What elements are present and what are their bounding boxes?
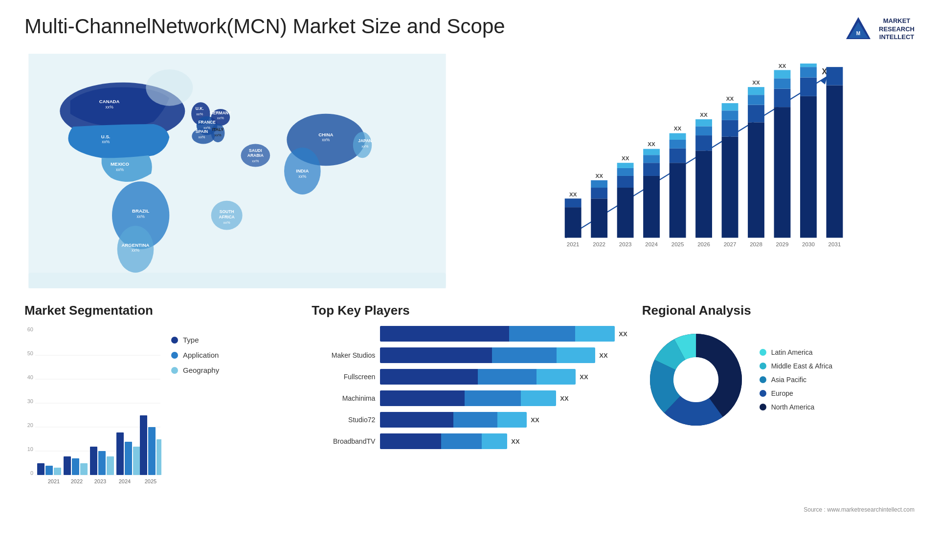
svg-rect-137 [107, 456, 114, 475]
player-row-maker: Maker Studios XX [312, 347, 627, 363]
svg-text:xx%: xx% [132, 248, 140, 253]
player-bar-seg-light [575, 326, 615, 342]
player-name-fullscreen: Fullscreen [312, 373, 375, 381]
svg-text:SPAIN: SPAIN [196, 129, 208, 134]
legend-north-america: North America [760, 403, 832, 411]
player-xx-studio72: XX [531, 416, 539, 424]
svg-rect-97 [800, 78, 817, 96]
top-section: CANADA xx% U.S. xx% MEXICO xx% BRAZIL xx… [24, 54, 915, 288]
player-bar-wrap-machinima: XX [380, 390, 627, 406]
svg-rect-54 [565, 207, 581, 237]
svg-rect-113 [827, 67, 843, 85]
legend-type: Type [171, 336, 219, 344]
svg-text:U.K.: U.K. [196, 106, 204, 111]
svg-text:SOUTH: SOUTH [220, 209, 234, 214]
player-bar-1 [380, 326, 615, 342]
svg-text:INDIA: INDIA [296, 168, 309, 173]
svg-text:xx%: xx% [102, 139, 110, 144]
player-xx-broadband: XX [511, 438, 519, 445]
svg-text:M: M [856, 31, 860, 36]
player-bar-wrap-fullscreen: XX [380, 369, 627, 385]
map-container: CANADA xx% U.S. xx% MEXICO xx% BRAZIL xx… [24, 54, 450, 288]
svg-rect-143 [140, 415, 147, 475]
logo-text: MARKET RESEARCH INTELLECT [879, 17, 915, 42]
svg-text:xx%: xx% [217, 116, 224, 120]
legend-apac: Asia Pacific [760, 376, 832, 384]
svg-text:20: 20 [27, 422, 33, 428]
player-bar-machinima [380, 390, 556, 406]
dot-latin [760, 349, 766, 356]
dot-apac [760, 376, 766, 383]
svg-text:50: 50 [27, 350, 33, 356]
players-title: Top Key Players [312, 303, 627, 318]
svg-text:2022: 2022 [593, 241, 605, 247]
player-row-1: XX [312, 326, 627, 342]
svg-point-153 [673, 357, 718, 402]
legend-mea: Middle East & Africa [760, 362, 832, 370]
legend-dot-type [171, 337, 178, 344]
player-name-maker: Maker Studios [312, 351, 375, 359]
legend-geography: Geography [171, 366, 219, 374]
svg-rect-73 [670, 140, 686, 149]
svg-rect-58 [591, 188, 607, 198]
svg-rect-68 [643, 155, 660, 163]
svg-rect-129 [54, 468, 61, 475]
svg-rect-89 [748, 87, 764, 95]
world-map: CANADA xx% U.S. xx% MEXICO xx% BRAZIL xx… [24, 54, 450, 288]
svg-rect-69 [643, 149, 660, 155]
svg-rect-59 [591, 180, 607, 188]
svg-rect-131 [64, 456, 71, 475]
svg-rect-98 [800, 67, 817, 77]
svg-rect-86 [748, 122, 764, 237]
svg-rect-92 [774, 89, 791, 107]
legend-dot-geo [171, 367, 178, 374]
regional-title: Regional Analysis [642, 303, 915, 318]
svg-text:2026: 2026 [697, 241, 710, 247]
svg-text:xx%: xx% [137, 214, 145, 219]
svg-rect-144 [148, 427, 156, 475]
svg-text:40: 40 [27, 374, 33, 380]
svg-text:XX: XX [674, 126, 682, 131]
svg-rect-84 [722, 103, 738, 110]
svg-text:AFRICA: AFRICA [219, 215, 235, 219]
player-bar-seg-mid [509, 326, 575, 342]
svg-rect-76 [695, 151, 712, 237]
svg-rect-139 [116, 432, 124, 475]
player-xx-machinima: XX [560, 395, 568, 402]
bottom-section: Market Segmentation 0 10 20 30 40 50 60 [24, 303, 915, 508]
segmentation-title: Market Segmentation [24, 303, 297, 318]
player-row-fullscreen: Fullscreen XX [312, 369, 627, 385]
svg-rect-87 [748, 105, 764, 123]
legend-latin: Latin America [760, 348, 832, 356]
svg-rect-135 [90, 447, 97, 475]
svg-text:2023: 2023 [94, 478, 106, 484]
player-bar-maker [380, 347, 595, 363]
bar-chart-container: XX XX XX XX [470, 54, 915, 288]
svg-rect-99 [800, 64, 817, 67]
svg-rect-71 [670, 163, 686, 237]
svg-text:2024: 2024 [119, 478, 131, 484]
svg-text:XX: XX [648, 141, 655, 147]
regional-content: Latin America Middle East & Africa Asia … [642, 326, 915, 433]
segmentation-container: Market Segmentation 0 10 20 30 40 50 60 [24, 303, 297, 508]
svg-rect-78 [695, 126, 712, 135]
svg-rect-61 [617, 188, 634, 238]
svg-rect-64 [617, 163, 634, 168]
svg-rect-132 [72, 458, 79, 475]
player-row-studio72: Studio72 XX [312, 412, 627, 428]
players-list: XX Maker Studios XX [312, 326, 627, 449]
seg-content: 0 10 20 30 40 50 60 [24, 326, 297, 492]
svg-text:2021: 2021 [567, 241, 580, 247]
svg-text:2025: 2025 [671, 241, 684, 247]
svg-rect-82 [722, 120, 738, 137]
player-bar-wrap-broadband: XX [380, 433, 627, 449]
svg-text:ITALY: ITALY [212, 127, 224, 132]
svg-rect-112 [827, 86, 843, 238]
svg-text:2027: 2027 [724, 241, 737, 247]
source-text: Source : www.marketresearchintellect.com [804, 506, 915, 513]
svg-text:ARGENTINA: ARGENTINA [121, 242, 149, 248]
player-row-machinima: Machinima XX [312, 390, 627, 406]
svg-rect-127 [37, 463, 45, 475]
player-bar-studio72 [380, 412, 527, 428]
dot-europe [760, 390, 766, 397]
